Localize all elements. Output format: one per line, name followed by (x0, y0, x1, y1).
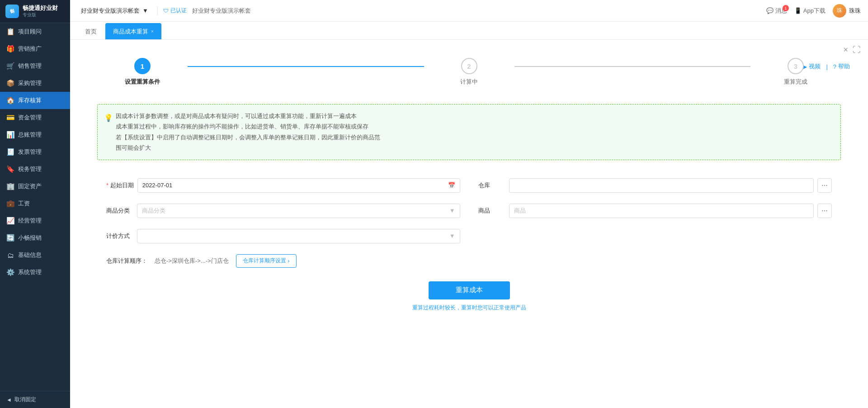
form-row-1: 起始日期 2022-07-01 📅 仓库 ··· (106, 178, 832, 193)
step-3-num: 3 (794, 62, 797, 70)
category-arrow-icon: ▼ (449, 207, 455, 214)
product-input-wrapper[interactable]: 商品 (509, 204, 814, 218)
payroll-icon: 💼 (6, 199, 14, 208)
question-icon: ? (833, 63, 836, 70)
warehouse-order-settings-btn[interactable]: 仓库计算顺序设置 › (236, 254, 297, 268)
help-btn[interactable]: ? 帮助 (833, 62, 850, 71)
info-line-1: 因成本计算参数调整，或是对商品成本有疑问时，可以通过成本重算功能，重新计算一遍成… (116, 111, 831, 121)
info-line-4: 围可能会扩大 (116, 142, 831, 153)
sidebar-item-label-payroll: 工资 (18, 199, 30, 208)
category-placeholder: 商品分类 (142, 207, 165, 215)
sidebar-item-marketing[interactable]: 🎁营销推广 (0, 40, 70, 57)
phone-icon: 📱 (794, 7, 802, 14)
step-1-circle: 1 (134, 58, 151, 74)
user-name[interactable]: 珠珠 (849, 7, 861, 15)
app-title-block: 畅捷通好业财 专业版 (23, 5, 58, 18)
divider-help: | (826, 63, 827, 70)
sidebar-item-label-invoice: 发票管理 (18, 148, 42, 156)
price-method-field: 计价方式 ▼ (106, 229, 460, 243)
warehouse-order-settings-label: 仓库计算顺序设置 (243, 257, 286, 265)
tab-home[interactable]: 首页 (77, 23, 104, 39)
start-date-label: 起始日期 (106, 181, 134, 190)
price-method-arrow-icon: ▼ (449, 232, 455, 239)
category-label: 商品分类 (106, 207, 133, 215)
sidebar-item-expense[interactable]: 🔄小畅报销 (0, 229, 70, 247)
sidebar: 畅 畅捷通好业财 专业版 📋项目顾问🎁营销推广🛒销售管理📦采购管理🏠库存核算💳资… (0, 0, 70, 408)
warehouse-more-btn[interactable]: ··· (817, 178, 832, 193)
calc-hint: 重算过程耗时较长，重算时您可以正常使用产品 (412, 304, 526, 312)
app-download-btn[interactable]: 📱 App下载 (794, 7, 826, 15)
sidebar-item-system[interactable]: ⚙️系统管理 (0, 264, 70, 281)
sidebar-item-assets[interactable]: 🏢固定资产 (0, 178, 70, 195)
steps-help: ▶ 视频 | ? 帮助 (802, 62, 850, 71)
category-select[interactable]: 商品分类 ▼ (137, 204, 460, 218)
topbar-divider-1 (157, 6, 158, 15)
sidebar-item-payroll[interactable]: 💼工资 (0, 195, 70, 212)
tab-recalc-close-icon[interactable]: × (151, 29, 154, 34)
sidebar-item-invoice[interactable]: 🧾发票管理 (0, 143, 70, 161)
product-more-btn[interactable]: ··· (817, 204, 832, 218)
tabbar: 首页 商品成本重算 × (70, 22, 868, 40)
step-line-2 (514, 66, 751, 67)
sidebar-item-label-finance: 资金管理 (18, 114, 42, 122)
purchase-icon: 📦 (6, 79, 14, 87)
chevron-right-icon: › (288, 258, 290, 264)
calendar-icon[interactable]: 📅 (443, 182, 460, 189)
steps: 1 设置重算条件 2 计算中 3 重算完成 (70, 40, 868, 95)
topbar: 好业财专业版演示帐套 ▼ 🛡 已认证 好业财专业版演示帐套 💬 消息 1 📱 A… (70, 0, 868, 22)
inventory-icon: 🏠 (6, 96, 14, 104)
message-icon: 💬 (766, 7, 774, 14)
avatar-text: 珠 (837, 7, 842, 14)
verified-text: 已认证 (170, 7, 187, 14)
form-area: 起始日期 2022-07-01 📅 仓库 ··· (70, 169, 868, 325)
main-area: 好业财专业版演示帐套 ▼ 🛡 已认证 好业财专业版演示帐套 💬 消息 1 📱 A… (70, 0, 868, 408)
finance-icon: 💳 (6, 114, 14, 122)
sidebar-item-accounting[interactable]: 📊总账管理 (0, 126, 70, 143)
tab-recalc-label: 商品成本重算 (113, 28, 148, 36)
sidebar-item-label-system: 系统管理 (18, 268, 42, 276)
account-select-text: 好业财专业版演示帐套 (81, 7, 140, 15)
collapse-icon: ◄ (6, 397, 12, 403)
account-select[interactable]: 好业财专业版演示帐套 ▼ (77, 5, 152, 17)
recalc-cost-btn[interactable]: 重算成本 (429, 281, 510, 299)
operation-icon: 📈 (6, 217, 14, 225)
user-avatar[interactable]: 珠 (833, 4, 846, 18)
sidebar-item-tax[interactable]: 🔖税务管理 (0, 161, 70, 178)
content-panel: × ⛶ 1 设置重算条件 2 计算中 (70, 40, 868, 408)
sidebar-footer-collapse[interactable]: ◄ 取消固定 (0, 391, 70, 408)
info-box: 💡 因成本计算参数调整，或是对商品成本有疑问时，可以通过成本重算功能，重新计算一… (97, 104, 841, 160)
warehouse-field: 仓库 ··· (478, 178, 832, 193)
warehouse-order-label: 仓库计算顺序： (106, 257, 147, 265)
sidebar-item-sales[interactable]: 🛒销售管理 (0, 57, 70, 75)
sidebar-item-label-accounting: 总账管理 (18, 131, 42, 139)
sidebar-item-finance[interactable]: 💳资金管理 (0, 109, 70, 126)
sidebar-item-label-project: 项目顾问 (18, 28, 42, 36)
start-date-field: 起始日期 2022-07-01 📅 (106, 178, 460, 193)
expense-icon: 🔄 (6, 234, 14, 242)
sidebar-item-inventory[interactable]: 🏠库存核算 (0, 92, 70, 109)
warehouse-input-wrapper[interactable] (509, 178, 814, 193)
sidebar-item-basic[interactable]: 🗂基础信息 (0, 247, 70, 264)
form-row-2: 商品分类 商品分类 ▼ 商品 商品 ··· (106, 204, 832, 218)
marketing-icon: 🎁 (6, 45, 14, 53)
accounting-icon: 📊 (6, 131, 14, 139)
sidebar-item-label-inventory: 库存核算 (18, 96, 42, 104)
sidebar-item-label-expense: 小畅报销 (18, 234, 42, 242)
start-date-input-wrapper[interactable]: 2022-07-01 📅 (137, 178, 460, 193)
step-2-label: 计算中 (460, 78, 478, 86)
content-area: × ⛶ 1 设置重算条件 2 计算中 (70, 40, 868, 408)
sidebar-item-operation[interactable]: 📈经营管理 (0, 212, 70, 229)
app-logo: 畅 (5, 5, 19, 18)
video-label: 视频 (809, 62, 821, 71)
message-btn[interactable]: 💬 消息 1 (766, 7, 787, 15)
verified-badge: 🛡 已认证 (163, 7, 187, 14)
sidebar-item-label-purchase: 采购管理 (18, 79, 42, 87)
video-help-btn[interactable]: ▶ 视频 (802, 62, 821, 71)
warehouse-order-value: 总仓->深圳仓库->...->门店仓 (155, 257, 229, 265)
topbar-right: 💬 消息 1 📱 App下载 珠 珠珠 (766, 4, 861, 18)
sidebar-item-project[interactable]: 📋项目顾问 (0, 23, 70, 40)
sidebar-item-purchase[interactable]: 📦采购管理 (0, 75, 70, 92)
price-method-select[interactable]: ▼ (137, 229, 460, 243)
tab-recalc[interactable]: 商品成本重算 × (105, 23, 161, 39)
message-badge: 1 (783, 5, 789, 11)
